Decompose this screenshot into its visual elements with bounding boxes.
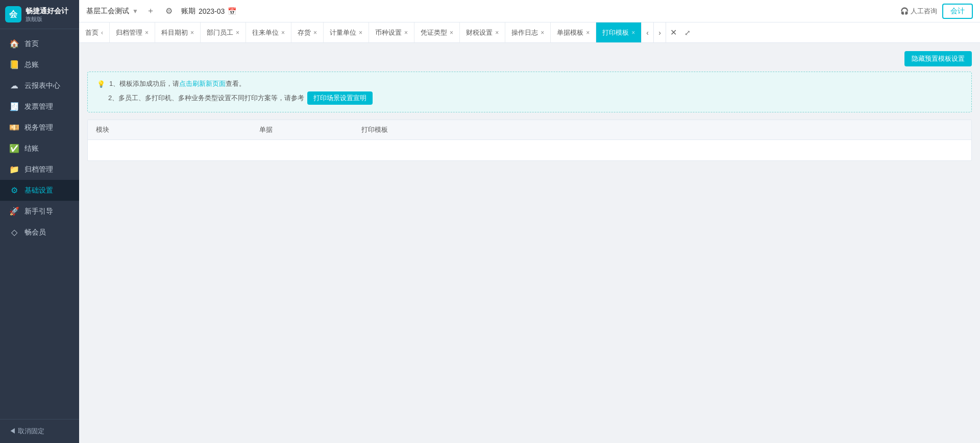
tab-close-all-button[interactable]: ✕ (666, 22, 680, 43)
calendar-icon[interactable]: 📅 (228, 7, 236, 15)
sidebar-item-basic-settings[interactable]: ⚙ 基础设置 (0, 180, 79, 201)
tab-currency[interactable]: 币种设置 × (369, 22, 414, 43)
archive-icon: 📁 (9, 165, 19, 174)
tab-single-label: 单据模板 (557, 28, 583, 37)
sidebar-item-cloud-report-label: 云报表中心 (24, 81, 60, 90)
sidebar-logo: 会 畅捷通好会计 旗舰版 (0, 0, 79, 29)
tab-counterpart-close[interactable]: × (281, 29, 285, 36)
sidebar-item-tax-label: 税务管理 (24, 123, 53, 132)
sidebar-item-ledger[interactable]: 📒 总账 (0, 54, 79, 75)
print-scene-btn[interactable]: 打印场景设置宣明 (307, 91, 373, 105)
sidebar-item-checkout-label: 结账 (24, 144, 39, 153)
tab-print-template[interactable]: 打印模板 × (596, 22, 642, 43)
sidebar-pin-toggle[interactable]: ◀ 取消固定 (0, 419, 79, 443)
tab-inventory[interactable]: 存货 × (291, 22, 324, 43)
tab-voucher-close[interactable]: × (450, 29, 453, 36)
tab-single-close[interactable]: × (586, 29, 590, 36)
sidebar-nav: 🏠 首页 📒 总账 ☁ 云报表中心 🧾 发票管理 💴 税务管理 ✅ 结账 📁 归… (0, 29, 79, 419)
table-body (88, 140, 971, 160)
tab-measure-close[interactable]: × (359, 29, 362, 36)
tab-subject-close[interactable]: × (190, 29, 194, 36)
info-line-2: 2、多员工、多打印机、多种业务类型设置不同打印方案等，请参考 打印场景设置宣明 (97, 91, 962, 105)
tax-icon: 💴 (9, 123, 19, 132)
tab-operation-log[interactable]: 操作日志 × (505, 22, 551, 43)
cloud-report-icon: ☁ (9, 81, 19, 90)
tab-counterpart-label: 往来单位 (252, 28, 279, 37)
sidebar-item-home[interactable]: 🏠 首页 (0, 33, 79, 54)
sidebar: 会 畅捷通好会计 旗舰版 🏠 首页 📒 总账 ☁ 云报表中心 🧾 发票管理 💴 … (0, 0, 79, 443)
company-name: 基层工会测试 (86, 7, 129, 16)
guide-icon: 🚀 (9, 206, 19, 216)
tab-home-chevron: ‹ (101, 29, 103, 36)
hide-preview-btn[interactable]: 隐藏预置模板设置 (904, 51, 972, 66)
tab-tax-close[interactable]: × (495, 29, 499, 36)
company-dropdown-arrow: ▼ (132, 8, 138, 15)
tab-next-button[interactable]: › (654, 22, 666, 43)
tab-tax-settings[interactable]: 财税设置 × (460, 22, 505, 43)
tab-currency-label: 币种设置 (375, 28, 402, 37)
tab-dept-close[interactable]: × (236, 29, 239, 36)
tab-print-label: 打印模板 (602, 28, 629, 37)
bulb-icon: 💡 (97, 80, 105, 88)
sidebar-item-tax[interactable]: 💴 税务管理 (0, 117, 79, 138)
sidebar-item-invoice[interactable]: 🧾 发票管理 (0, 96, 79, 117)
settings-icon: ⚙ (9, 185, 19, 195)
tab-inventory-label: 存货 (298, 28, 311, 37)
app-brand: 畅捷通好会计 (26, 6, 68, 15)
customer-service-label: 人工咨询 (911, 7, 937, 16)
topbar: 基层工会测试 ▼ ＋ ⚙ 账期 2023-03 📅 🎧 人工咨询 会计 (79, 0, 980, 22)
customer-service-btn[interactable]: 🎧 人工咨询 (900, 7, 937, 16)
add-tab-button[interactable]: ＋ (143, 4, 158, 18)
period-value: 2023-03 (199, 7, 225, 15)
sidebar-item-archive[interactable]: 📁 归档管理 (0, 159, 79, 180)
app-edition: 旗舰版 (26, 15, 68, 22)
tab-home[interactable]: 首页 ‹ (79, 22, 110, 43)
ledger-icon: 📒 (9, 60, 19, 69)
tab-archive-mgmt[interactable]: 归档管理 × (110, 22, 155, 43)
period-display: 账期 2023-03 📅 (181, 7, 236, 16)
info-line2-prefix: 2、多员工、多打印机、多种业务类型设置不同打印方案等，请参考 (108, 94, 304, 103)
invoice-icon: 🧾 (9, 102, 19, 111)
sidebar-item-cloud-report[interactable]: ☁ 云报表中心 (0, 75, 79, 96)
account-button[interactable]: 会计 (942, 4, 973, 19)
app-logo-icon: 会 (5, 6, 21, 22)
tab-measure-unit[interactable]: 计量单位 × (324, 22, 369, 43)
tab-expand-button[interactable]: ⤢ (680, 22, 695, 43)
headset-icon: 🎧 (900, 7, 909, 15)
topbar-right: 🎧 人工咨询 会计 (900, 4, 973, 19)
member-icon: ◇ (9, 227, 19, 237)
sidebar-item-archive-label: 归档管理 (24, 165, 53, 174)
tab-log-close[interactable]: × (541, 29, 544, 36)
data-table: 模块 单据 打印模板 (87, 120, 972, 161)
tab-archive-close[interactable]: × (145, 29, 149, 36)
sidebar-item-checkout[interactable]: ✅ 结账 (0, 138, 79, 159)
checkout-icon: ✅ (9, 144, 19, 153)
tab-subject-period[interactable]: 科目期初 × (155, 22, 201, 43)
refresh-page-link[interactable]: 点击刷新新页面 (179, 79, 226, 88)
home-icon: 🏠 (9, 39, 19, 49)
company-selector[interactable]: 基层工会测试 ▼ (86, 7, 138, 16)
sidebar-item-member[interactable]: ◇ 畅会员 (0, 222, 79, 243)
tab-currency-close[interactable]: × (404, 29, 408, 36)
info-line1-suffix: 查看。 (226, 79, 246, 88)
tab-log-label: 操作日志 (511, 28, 538, 37)
tab-single-template[interactable]: 单据模板 × (551, 22, 596, 43)
sidebar-item-guide[interactable]: 🚀 新手引导 (0, 201, 79, 222)
tab-prev-button[interactable]: ‹ (642, 22, 654, 43)
tab-inventory-close[interactable]: × (313, 29, 317, 36)
tab-counterpart[interactable]: 往来单位 × (246, 22, 291, 43)
settings-button[interactable]: ⚙ (162, 4, 176, 18)
table-header: 模块 单据 打印模板 (88, 120, 971, 140)
main-area: 基层工会测试 ▼ ＋ ⚙ 账期 2023-03 📅 🎧 人工咨询 会计 首页 ‹… (79, 0, 980, 443)
info-line-1: 💡 1、模板添加成功后，请 点击刷新新页面 查看。 (97, 79, 962, 88)
tab-print-close[interactable]: × (631, 29, 635, 36)
tab-subject-label: 科目期初 (161, 28, 188, 37)
info-line1-prefix: 1、模板添加成功后，请 (109, 79, 179, 88)
tab-voucher-type[interactable]: 凭证类型 × (414, 22, 460, 43)
tab-dept-employee[interactable]: 部门员工 × (201, 22, 246, 43)
sidebar-item-settings-label: 基础设置 (24, 186, 53, 195)
col-template: 打印模板 (353, 120, 971, 139)
topbar-actions: ＋ ⚙ (143, 4, 176, 18)
period-label: 账期 (181, 7, 195, 16)
sidebar-item-member-label: 畅会员 (24, 228, 46, 237)
